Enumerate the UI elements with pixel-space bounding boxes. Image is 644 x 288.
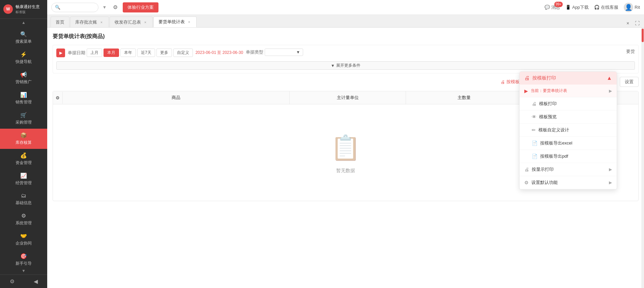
sidebar-item-basic[interactable]: 🗂 基础信息	[0, 189, 47, 209]
item-label: 按模板导出excel	[540, 140, 572, 146]
period-more[interactable]: 更多	[156, 49, 172, 57]
item-pdf-icon: 📄	[532, 154, 537, 159]
sidebar-item-inventory[interactable]: 📦 库存核算	[0, 129, 47, 149]
sidebar-item-label: 库存核算	[16, 140, 32, 146]
sidebar-settings-btn[interactable]: ⚙	[10, 278, 14, 285]
item-left: ✏ 模板自定义设计	[532, 127, 569, 133]
tab-home-label: 首页	[56, 19, 64, 25]
sidebar-item-system[interactable]: ⚙ 系统管理	[0, 209, 47, 229]
expand-label: 展开更多条件	[336, 63, 360, 68]
sidebar-item-operations[interactable]: 📈 经营管理	[0, 169, 47, 189]
logo-text: 畅康通好生意	[16, 4, 40, 10]
sidebar-item-search[interactable]: 🔍 搜索菜单	[0, 28, 47, 48]
user-avatar: 👤	[624, 3, 633, 12]
message-btn[interactable]: 💬 消息 99+	[545, 4, 560, 10]
sidebar-item-label: 新手引导	[16, 261, 32, 266]
app-download-btn[interactable]: 📱 App下载	[565, 4, 589, 10]
dropdown-item-export-pdf[interactable]: 📄 按模板导出pdf	[520, 150, 617, 163]
period-this-year[interactable]: 本年	[120, 49, 136, 57]
trial-btn[interactable]: 体验行业方案	[123, 2, 158, 12]
maximize-window-btn[interactable]: ⛶	[633, 19, 641, 27]
topbar: 🔍 ▼ ⚙ 体验行业方案 💬 消息 99+ 📱 App下载 🎧 在线客服 �	[47, 0, 644, 15]
online-service-btn[interactable]: 🎧 在线客服	[594, 4, 618, 10]
yaohuodan-label: 要货	[626, 49, 635, 55]
sidebar: W 畅康通好生意 标准版 ▲ 🔍 搜索菜单 ⚡ 快捷导航 📢 营销推广 📊 销售…	[0, 0, 47, 288]
sidebar-item-guide[interactable]: 🎯 新手引导	[0, 250, 47, 267]
dropdown-section-set-default[interactable]: ⚙ 设置默认功能 ▶	[520, 176, 617, 189]
item-label: 按模板导出pdf	[540, 153, 568, 159]
dropdown-current-template[interactable]: ▶ 当前：要货单统计表 ▶	[520, 85, 617, 97]
sidebar-item-label: 资金管理	[16, 160, 32, 166]
settings-btn[interactable]: 设置	[620, 77, 639, 87]
message-badge: 99+	[554, 2, 563, 7]
sidebar-item-label: 采购管理	[16, 120, 32, 125]
period-7days[interactable]: 近7天	[137, 49, 155, 57]
dropdown-close-btn[interactable]: ▲	[607, 75, 612, 81]
sidebar-logo: W 畅康通好生意 标准版	[0, 0, 47, 19]
th-unit: 主计量单位	[290, 91, 406, 104]
section-label: 按显示打印	[532, 166, 554, 172]
sidebar-item-label: 基础信息	[16, 200, 32, 206]
dropdown-print-icon: 🖨	[524, 75, 530, 81]
search-input[interactable]	[62, 5, 95, 10]
sidebar-item-marketing[interactable]: 📢 营销推广	[0, 68, 47, 88]
empty-text: 暂无数据	[336, 168, 355, 174]
sidebar-item-sales[interactable]: 📊 销售管理	[0, 88, 47, 108]
system-icon: ⚙	[21, 213, 26, 219]
sidebar-item-collab[interactable]: 🤝 企业协同	[0, 229, 47, 250]
close-window-btn[interactable]: ×	[624, 19, 632, 27]
tab-home[interactable]: 首页	[51, 17, 69, 27]
dropdown-item-template-preview[interactable]: 👁 模板预览	[520, 110, 617, 124]
user-avatar-btn[interactable]: 👤 Rit	[624, 3, 640, 12]
sidebar-item-purchase[interactable]: 🛒 采购管理	[0, 108, 47, 129]
filter-expand-btn[interactable]: ▶	[56, 49, 65, 57]
sidebar-collapse-btn[interactable]: ◀	[34, 278, 38, 285]
operations-icon: 📈	[20, 172, 27, 179]
type-select-arrow: ▼	[296, 50, 300, 55]
empty-icon: 📋	[330, 131, 361, 162]
th-settings[interactable]: ⚙	[53, 92, 63, 104]
sidebar-item-label: 企业协同	[16, 241, 32, 246]
period-custom[interactable]: 自定义	[173, 49, 193, 57]
type-select[interactable]: ▼	[265, 49, 303, 56]
dropdown-item-template-design[interactable]: ✏ 模板自定义设计	[520, 124, 617, 137]
expand-more-btn[interactable]: ▼ 展开更多条件	[56, 61, 635, 70]
yaohuodan-filter: 要货	[626, 49, 635, 55]
search-dropdown-btn[interactable]: ▼	[101, 4, 108, 11]
type-select-value	[268, 50, 295, 55]
period-last-month[interactable]: 上月	[87, 49, 102, 57]
dropdown-section-display-print[interactable]: 🖨 按显示打印 ▶	[520, 163, 617, 176]
shortcut-icon: ⚡	[20, 51, 27, 58]
sidebar-scroll-up[interactable]: ▲	[0, 19, 47, 26]
dropdown-title: 按模板打印	[532, 75, 556, 81]
sidebar-item-finance[interactable]: 💰 资金管理	[0, 149, 47, 169]
date-filter-group: 单据日期 上月 本月 本年 近7天 更多 自定义 2023-06-01 至 20…	[68, 49, 243, 57]
right-scrollbar[interactable]	[641, 28, 644, 288]
current-template-label: 当前：要货单统计表	[531, 88, 567, 94]
search-icon: 🔍	[55, 5, 60, 10]
window-controls: × ⛶	[624, 19, 644, 27]
type-label: 单据类型	[246, 49, 263, 55]
section-display-print-icon: 🖨	[524, 167, 529, 172]
service-icon: 🎧	[594, 5, 599, 10]
dropdown-item-export-excel[interactable]: 📄 按模板导出excel	[520, 137, 617, 150]
tab-order-stats-close[interactable]: ×	[187, 20, 192, 24]
tab-stock-summary[interactable]: 收发存汇总表 ×	[110, 17, 153, 27]
search-box[interactable]: 🔍	[51, 3, 98, 12]
logo-icon: W	[3, 4, 13, 14]
tab-inventory-batch-close[interactable]: ×	[99, 20, 104, 25]
dropdown-item-template-print[interactable]: 🖨 模板打印	[520, 97, 617, 110]
sidebar-item-shortcut[interactable]: ⚡ 快捷导航	[0, 48, 47, 68]
section-left: 🖨 按显示打印	[524, 166, 554, 172]
tab-order-stats[interactable]: 要货单统计表 ×	[153, 17, 197, 27]
logo-badge: 标准版	[16, 10, 40, 14]
dropdown-current-left: ▶ 当前：要货单统计表	[524, 88, 567, 94]
topbar-gear-btn[interactable]: ⚙	[111, 3, 120, 12]
tab-stock-summary-close[interactable]: ×	[143, 20, 148, 25]
tab-inventory-batch[interactable]: 库存批次账 ×	[70, 17, 109, 27]
period-this-month[interactable]: 本月	[104, 49, 119, 57]
section-set-default-arrow: ▶	[609, 180, 612, 185]
dropdown-title-area: 🖨 按模板打印	[524, 75, 556, 81]
sidebar-scroll-down[interactable]: ▼	[0, 267, 47, 275]
basic-icon: 🗂	[21, 193, 26, 199]
